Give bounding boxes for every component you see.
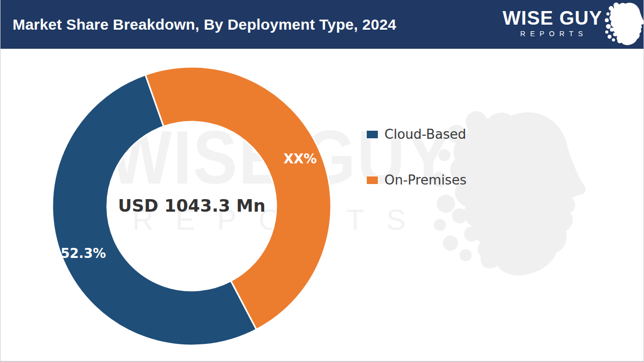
legend-item-on-premises: On-Premises (367, 172, 466, 188)
legend-label-on-premises: On-Premises (384, 172, 466, 188)
donut-center-label: USD 1043.3 Mn (118, 196, 265, 216)
chart-area: USD 1043.3 Mn 52.3%XX% (52, 67, 331, 345)
legend-label-cloud-based: Cloud-Based (384, 127, 466, 142)
legend-item-cloud-based: Cloud-Based (367, 127, 466, 142)
legend: Cloud-Based On-Premises (367, 127, 466, 218)
page-title: Market Share Breakdown, By Deployment Ty… (13, 16, 396, 33)
legend-swatch-on-premises (367, 176, 378, 184)
logo-head-icon (603, 1, 644, 48)
logo-subtitle-text: REPORTS (517, 30, 588, 38)
segment-label-on-premises: XX% (283, 151, 316, 166)
wiseguy-logo: WISE GUY REPORTS (503, 0, 643, 49)
segment-label-cloud-based: 52.3% (60, 246, 106, 261)
legend-swatch-cloud-based (367, 131, 378, 138)
header-bar: Market Share Breakdown, By Deployment Ty… (1, 0, 643, 49)
infographic-root: Market Share Breakdown, By Deployment Ty… (0, 0, 644, 362)
logo-wordmark: WISE GUY REPORTS (503, 9, 602, 38)
logo-title-text: WISE GUY (503, 9, 602, 28)
